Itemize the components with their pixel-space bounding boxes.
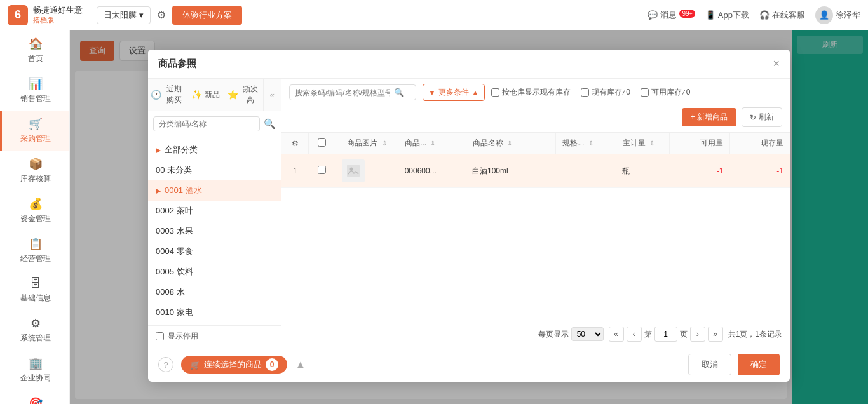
table-row[interactable]: 1	[281, 154, 790, 188]
modal-title: 商品参照	[158, 58, 196, 70]
sidebar-item-label: 首页	[28, 53, 43, 64]
cat-item-0001[interactable]: ▶ 0001 酒水	[148, 180, 281, 201]
product-thumbnail	[342, 159, 365, 182]
trial-btn[interactable]: 体验行业方案	[172, 6, 242, 25]
content-area: 查询 设置 刷新 商品参照 ×	[70, 30, 868, 404]
checkbox-available-ne0[interactable]: 可用库存≠0	[641, 87, 690, 98]
sidebar-item-label: 资金管理	[20, 213, 51, 224]
app-download-btn[interactable]: 📱 App下载	[705, 10, 749, 21]
category-search-btn[interactable]: 🔍	[264, 118, 276, 130]
page-size-select[interactable]: 50 100 200	[571, 327, 604, 341]
table-toolbar: 🔍 ▼ 更多条件 ▲ 按仓库显示现有库存	[281, 79, 790, 133]
cat-item-0003[interactable]: 0003 水果	[148, 221, 281, 241]
avatar: 👤	[815, 6, 833, 24]
cat-item-0004[interactable]: 0004 零食	[148, 241, 281, 262]
gear-icon[interactable]: ⚙	[157, 9, 166, 21]
pagination-bar: 每页显示 50 100 200 « ‹ 第	[281, 321, 790, 347]
headset-icon: 🎧	[759, 10, 770, 20]
right-panel: 🔍 ▼ 更多条件 ▲ 按仓库显示现有库存	[281, 79, 790, 347]
cat-item-0005[interactable]: 0005 饮料	[148, 262, 281, 282]
modal-body: 🕐 近期购买 ✨ 新品 ⭐ 频次高 «	[148, 79, 790, 347]
cell-spec	[556, 154, 616, 188]
cancel-btn[interactable]: 取消	[688, 354, 731, 375]
logo: 6 畅捷通好生意 搭档版	[8, 5, 84, 25]
sidebar-item-operations[interactable]: 📋 经营管理	[0, 231, 69, 271]
online-service-btn[interactable]: 🎧 在线客服	[759, 10, 805, 21]
cat-item-0008[interactable]: 0008 水	[148, 282, 281, 302]
filter-icon: ▼	[428, 88, 436, 97]
cat-item-00[interactable]: 00 未分类	[148, 160, 281, 180]
sidebar-item-inventory[interactable]: 📦 库存核算	[0, 151, 69, 191]
th-name[interactable]: 商品名称 ⇕	[466, 133, 556, 154]
purchase-icon: 🛒	[29, 117, 43, 131]
sidebar-item-home[interactable]: 🏠 首页	[0, 30, 69, 71]
cell-code: 000600...	[398, 154, 466, 188]
sidebar-item-basic-info[interactable]: 🗄 基础信息	[0, 271, 69, 310]
sidebar-item-sales[interactable]: 📊 销售管理	[0, 71, 69, 111]
select-all-checkbox[interactable]	[318, 138, 326, 147]
cart-badge[interactable]: 🛒 连续选择的商品 0	[181, 356, 287, 374]
checkbox-warehouse-input[interactable]	[491, 88, 499, 97]
toolbar-right: + 新增商品 ↻ 刷新	[682, 107, 782, 127]
sidebar-item-finance[interactable]: 💰 资金管理	[0, 191, 69, 231]
sales-icon: 📊	[29, 77, 43, 91]
show-disabled-checkbox[interactable]	[156, 332, 164, 340]
image-placeholder-icon	[347, 165, 360, 177]
th-code[interactable]: 商品... ⇕	[398, 133, 466, 154]
cell-check[interactable]	[309, 154, 336, 188]
filter-more-btn[interactable]: ▼ 更多条件 ▲	[423, 84, 485, 101]
page-prev-btn[interactable]: ‹	[627, 327, 642, 342]
navbar: 6 畅捷通好生意 搭档版 日太阳膜 ▾ ⚙ 体验行业方案 💬 消息 99+ 📱 …	[0, 0, 868, 30]
checkbox-available-ne0-input[interactable]	[641, 88, 649, 97]
table-header-row: ⚙ 商品图片 ⇕ 商品... ⇕	[281, 133, 790, 154]
confirm-btn[interactable]: 确定	[738, 354, 780, 375]
cat-tab-recent[interactable]: 🕐 近期购买	[148, 79, 186, 111]
checkbox-warehouse[interactable]: 按仓库显示现有库存	[491, 87, 571, 98]
modal-overlay: 商品参照 × 🕐 近期购买 ✨	[70, 30, 868, 404]
category-search-input[interactable]	[153, 116, 260, 131]
th-settings[interactable]: ⚙	[281, 133, 309, 154]
checkbox-group: 按仓库显示现有库存 现有库存≠0 可用库存≠0	[491, 87, 691, 98]
page-last-btn[interactable]: »	[708, 327, 723, 342]
modal-footer: ? 🛒 连续选择的商品 0 ▲ 取消 确定	[148, 347, 790, 382]
search-icon[interactable]: 🔍	[394, 88, 404, 97]
sidebar-item-guide[interactable]: 🎯 新手引导	[0, 390, 69, 404]
page-next-btn[interactable]: ›	[690, 327, 705, 342]
messages-btn[interactable]: 💬 消息 99+	[648, 10, 695, 21]
th-available[interactable]: 可用量	[670, 133, 730, 154]
row-checkbox[interactable]	[318, 166, 326, 174]
user-profile[interactable]: 👤 徐泽华	[815, 6, 860, 24]
help-icon[interactable]: ?	[158, 357, 173, 372]
basic-info-icon: 🗄	[30, 277, 41, 290]
add-product-btn[interactable]: + 新增商品	[682, 108, 736, 126]
product-search-input[interactable]	[295, 88, 390, 97]
sidebar-item-label: 销售管理	[20, 93, 51, 104]
cat-item-0002[interactable]: 0002 茶叶	[148, 201, 281, 221]
collapse-btn[interactable]: «	[263, 79, 281, 111]
cat-tab-new[interactable]: ✨ 新品	[186, 79, 224, 111]
sidebar-item-enterprise[interactable]: 🏢 企业协同	[0, 350, 69, 390]
page-number-input[interactable]	[654, 327, 677, 342]
sidebar-item-purchase[interactable]: 🛒 采购管理	[0, 111, 69, 151]
sort-icon: ⇕	[430, 140, 435, 147]
th-check[interactable]	[309, 133, 336, 154]
th-spec[interactable]: 规格... ⇕	[556, 133, 616, 154]
cat-tab-frequent[interactable]: ⭐ 频次高	[225, 79, 263, 111]
modal-close-btn[interactable]: ×	[773, 57, 780, 71]
checkbox-stock-ne0-input[interactable]	[581, 88, 589, 97]
arrow-active-icon: ▶	[156, 187, 161, 195]
cat-item-0010[interactable]: 0010 家电	[148, 302, 281, 323]
page-first-btn[interactable]: «	[609, 327, 624, 342]
sidebar-item-label: 企业协同	[20, 373, 51, 384]
cat-item-all[interactable]: ▶ 全部分类	[148, 140, 281, 160]
th-stock[interactable]: 现存量	[729, 133, 790, 154]
th-image[interactable]: 商品图片 ⇕	[336, 133, 398, 154]
cell-num: 1	[281, 154, 309, 188]
branch-selector[interactable]: 日太阳膜 ▾	[97, 6, 151, 24]
footer-collapse-btn[interactable]: ▲	[295, 358, 306, 372]
product-search-box: 🔍	[289, 84, 416, 100]
refresh-btn[interactable]: ↻ 刷新	[742, 107, 782, 127]
th-unit[interactable]: 主计量 ⇕	[616, 133, 669, 154]
sidebar-item-system[interactable]: ⚙ 系统管理	[0, 310, 69, 350]
checkbox-stock-ne0[interactable]: 现有库存≠0	[581, 87, 630, 98]
